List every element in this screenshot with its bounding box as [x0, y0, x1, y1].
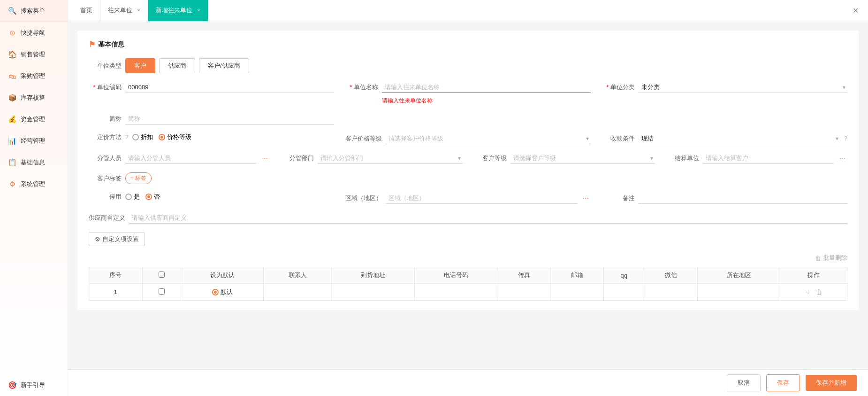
customer-price-level-select[interactable]: ▾: [386, 133, 591, 144]
department-input[interactable]: [318, 153, 456, 163]
system-icon: ⚙: [8, 179, 17, 189]
sidebar-item-operations[interactable]: 📊 经营管理: [0, 130, 68, 152]
row-phone[interactable]: [414, 284, 497, 301]
short-name-input[interactable]: [125, 113, 334, 124]
customer-level-chevron[interactable]: ▾: [648, 155, 655, 162]
row-address[interactable]: [332, 284, 414, 301]
row-region[interactable]: [697, 284, 780, 301]
region-input[interactable]: [386, 193, 577, 204]
manager-more-icon[interactable]: ···: [260, 154, 270, 163]
sidebar-item-inventory[interactable]: 📦 库存核算: [0, 87, 68, 109]
customer-price-level-input[interactable]: [386, 133, 584, 144]
unit-category-input[interactable]: [639, 82, 841, 93]
region-more-icon[interactable]: ···: [581, 194, 591, 202]
unit-category-chevron[interactable]: ▾: [841, 84, 847, 91]
radio-no[interactable]: 否: [145, 193, 160, 201]
sidebar: 🔍 搜索菜单 ⊙ 快捷导航 🏠 销售管理 🛍 采购管理 📦 库存核算 💰 资金管…: [0, 0, 68, 396]
tab-home[interactable]: 首页: [73, 0, 100, 21]
inventory-icon: 📦: [8, 93, 17, 102]
add-row-icon[interactable]: ＋: [805, 287, 812, 296]
radio-yes[interactable]: 是: [125, 193, 140, 201]
sidebar-item-quicknav[interactable]: ⊙ 快捷导航: [0, 22, 68, 44]
save-button[interactable]: 保存: [766, 374, 800, 391]
tab-new-partner-close[interactable]: ×: [197, 7, 200, 14]
payment-terms-input[interactable]: [639, 133, 834, 144]
sidebar-item-basic[interactable]: 📋 基础信息: [0, 152, 68, 173]
radio-price-level-label: 价格等级: [167, 133, 191, 141]
batch-delete-button[interactable]: 🗑 批量删除: [815, 254, 847, 262]
sidebar-basic-label: 基础信息: [21, 158, 45, 167]
table-header-row: 序号 设为默认 联系人 到货地址 电话号码 传真 邮箱 qq 微信 所在地区 操…: [89, 267, 847, 284]
sidebar-item-purchase[interactable]: 🛍 采购管理: [0, 65, 68, 87]
row-checkbox[interactable]: [142, 284, 181, 301]
row-email[interactable]: [550, 284, 604, 301]
settlement-label: 结算单位: [666, 154, 699, 163]
unit-category-select[interactable]: ▾: [639, 82, 847, 93]
btn-both[interactable]: 客户/供应商: [199, 58, 249, 73]
tab-new-partner[interactable]: 新增往来单位 ×: [148, 0, 208, 21]
custom-settings-row: ⚙ 自定义项设置: [89, 232, 847, 246]
department-chevron[interactable]: ▾: [456, 155, 463, 162]
row-wechat[interactable]: [644, 284, 698, 301]
section-title-text: 基本信息: [98, 40, 124, 49]
btn-customer[interactable]: 客户: [125, 58, 155, 73]
sidebar-item-system[interactable]: ⚙ 系统管理: [0, 173, 68, 195]
col-qq: qq: [604, 267, 644, 284]
unit-type-buttons: 客户 供应商 客户/供应商: [125, 58, 249, 73]
select-all-checkbox[interactable]: [159, 272, 165, 278]
unit-name-input[interactable]: [382, 82, 591, 93]
radio-discount[interactable]: 折扣: [132, 133, 153, 141]
remark-field: 备注: [602, 193, 847, 204]
col-no: 序号: [89, 267, 143, 284]
department-select[interactable]: ▾: [318, 153, 462, 164]
unit-code-field: 单位编码: [89, 82, 334, 93]
btn-supplier[interactable]: 供应商: [159, 58, 195, 73]
manager-field: 分管人员 ···: [89, 153, 270, 164]
sidebar-item-search[interactable]: 🔍 搜索菜单: [0, 0, 68, 22]
custom-settings-button[interactable]: ⚙ 自定义项设置: [89, 232, 145, 246]
tab-partner-close[interactable]: ×: [137, 7, 140, 14]
remark-label: 备注: [602, 194, 635, 202]
radio-yes-label: 是: [134, 193, 140, 201]
finance-icon: 💰: [8, 115, 17, 124]
radio-price-level[interactable]: 价格等级: [159, 133, 191, 141]
settlement-more-icon[interactable]: ···: [838, 154, 847, 163]
bottom-action-bar: 取消 保存 保存并新增: [68, 369, 868, 396]
supplier-custom-input[interactable]: [129, 212, 847, 224]
col-email: 邮箱: [550, 267, 604, 284]
sidebar-item-guide[interactable]: 🎯 新手引导: [0, 374, 68, 396]
add-tag-button[interactable]: + 标签: [125, 172, 152, 184]
save-add-button[interactable]: 保存并新增: [806, 375, 857, 391]
col-address: 到货地址: [332, 267, 414, 284]
row-default-radio[interactable]: 默认: [186, 288, 259, 296]
content-area: ⚑ 基本信息 单位类型 客户 供应商 客户/供应商 单位编码: [68, 21, 868, 369]
sidebar-item-sales[interactable]: 🏠 销售管理: [0, 44, 68, 65]
row-select-checkbox[interactable]: [159, 288, 165, 295]
purchase-icon: 🛍: [8, 71, 17, 81]
customer-level-input[interactable]: [510, 153, 648, 163]
unit-category-field: 单位分类 ▾: [602, 82, 847, 93]
row-fax[interactable]: [497, 284, 551, 301]
payment-terms-select[interactable]: ▾: [639, 133, 840, 144]
tab-partner[interactable]: 往来单位 ×: [100, 0, 148, 21]
price-level-chevron[interactable]: ▾: [584, 135, 591, 142]
window-close-icon[interactable]: ✕: [848, 6, 863, 15]
code-name-category-row: 单位编码 单位名称 请输入往来单位名称 单位分类 ▾: [89, 82, 847, 105]
department-label: 分管部门: [281, 154, 314, 163]
pricing-help-icon[interactable]: ?: [125, 134, 129, 140]
del-row-icon[interactable]: 🗑: [815, 288, 822, 296]
remark-input[interactable]: [639, 193, 847, 204]
row-qq[interactable]: [604, 284, 644, 301]
radio-no-circle: [145, 194, 152, 200]
payment-terms-help-icon[interactable]: ?: [844, 135, 847, 142]
customer-level-select[interactable]: ▾: [510, 153, 655, 164]
manager-input[interactable]: [125, 153, 256, 164]
sales-icon: 🏠: [8, 50, 17, 59]
cancel-button[interactable]: 取消: [727, 374, 761, 391]
payment-terms-chevron[interactable]: ▾: [834, 135, 840, 142]
settlement-input[interactable]: [703, 153, 834, 164]
main-area: 首页 往来单位 × 新增往来单位 × ✕ ⚑ 基本信息 单位类型 客户: [68, 0, 868, 396]
sidebar-item-finance[interactable]: 💰 资金管理: [0, 109, 68, 130]
row-contact[interactable]: [264, 284, 332, 301]
unit-code-input[interactable]: [125, 82, 334, 93]
